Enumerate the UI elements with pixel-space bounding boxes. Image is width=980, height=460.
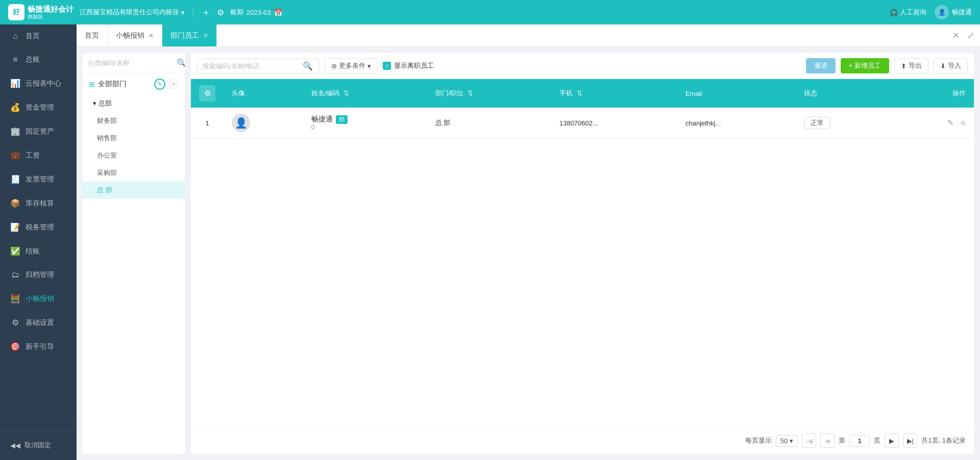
col-settings: ⚙: [191, 79, 224, 108]
app-logo[interactable]: 好 畅捷通好会计 旗舰版: [8, 4, 74, 20]
page-body: 🔍 ⊞ 全部部门 ✎ « ▾ 总部: [77, 47, 980, 460]
service-label: 人工咨询: [900, 8, 926, 17]
period-label: 账期: [230, 8, 243, 17]
chevron-down-icon: ▾: [790, 437, 793, 445]
sort-icon: ⇅: [577, 89, 582, 97]
period-value: 2023-03: [247, 9, 271, 16]
checkout-icon: ✅: [10, 246, 20, 256]
sidebar-item-fixed-assets[interactable]: 🏢 固定资产: [0, 119, 77, 143]
expand-icon[interactable]: ⤢: [967, 31, 974, 40]
filter-button[interactable]: ⊛ 更多条件 ▾: [325, 58, 378, 73]
dept-panel: 🔍 ⊞ 全部部门 ✎ « ▾ 总部: [83, 53, 185, 454]
chevron-down-icon: ▾: [181, 9, 185, 16]
invite-button[interactable]: 邀请: [806, 58, 836, 73]
page-input[interactable]: [849, 435, 870, 447]
dept-tree-item[interactable]: ▾ 总部: [83, 95, 185, 112]
sidebar-item-home[interactable]: ⌂ 首页: [0, 24, 77, 48]
close-icon[interactable]: ✕: [203, 32, 208, 39]
funds-icon: 💰: [10, 103, 20, 112]
dept-search-input[interactable]: [88, 59, 174, 67]
topbar-right: 🎧 人工咨询 👤 畅捷通: [890, 5, 972, 19]
cancel-fixed-label: 取消固定: [24, 441, 51, 450]
guide-icon: 🎯: [10, 342, 20, 351]
cancel-fixed-button[interactable]: ◀◀ 取消固定: [0, 437, 77, 454]
pin-icon: ◀◀: [10, 442, 20, 449]
row-email: chanjethkj...: [677, 108, 796, 139]
col-dept[interactable]: 部门/职位 ⇅: [427, 79, 551, 108]
sidebar-item-inventory[interactable]: 📦 库存核算: [0, 191, 77, 215]
user-menu[interactable]: 👤 畅捷通: [935, 5, 972, 19]
sidebar-item-guide[interactable]: 🎯 新手引导: [0, 335, 77, 359]
sidebar-label-tax: 税务管理: [26, 223, 54, 232]
sidebar-item-xiaochang[interactable]: 🧮 小畅报销: [0, 287, 77, 311]
first-page-button[interactable]: |◀: [802, 433, 816, 448]
sidebar-item-archive[interactable]: 🗂 归档管理: [0, 263, 77, 287]
prev-page-button[interactable]: ◀: [820, 433, 835, 448]
sidebar-item-settings[interactable]: ⚙ 基础设置: [0, 311, 77, 335]
headset-icon: 🎧: [890, 9, 898, 16]
all-dept-header[interactable]: ⊞ 全部部门 ✎ «: [83, 73, 185, 95]
tab-home[interactable]: 首页: [77, 24, 108, 46]
sidebar-item-ledger[interactable]: ≡ 总账: [0, 48, 77, 71]
sidebar-item-funds[interactable]: 💰 资金管理: [0, 95, 77, 119]
tab-controls: ✕ ⤢: [946, 24, 980, 46]
export-button[interactable]: ⬆ 导出: [894, 58, 928, 73]
dept-collapse-button[interactable]: «: [168, 79, 179, 89]
settings-icon[interactable]: ⚙: [217, 8, 224, 17]
employee-table: ⚙ 头像 姓名/编码 ⇅ 部门/职位 ⇅ 手机 ⇅ Email 状态 操作: [191, 79, 974, 139]
username: 畅捷通: [952, 8, 972, 17]
dept-tree-item-active[interactable]: 总 部: [83, 182, 185, 199]
sidebar-label-xiaochang: 小畅报销: [26, 294, 54, 303]
table-settings-icon[interactable]: ⚙: [199, 85, 215, 101]
logo-icon: 好: [8, 4, 24, 20]
sidebar-label-fixed-assets: 固定资产: [26, 127, 54, 136]
total-label: 共1页, 1条记录: [921, 436, 966, 445]
row-index: 1: [191, 108, 224, 139]
close-window-icon[interactable]: ✕: [952, 31, 959, 40]
tab-xiaochang[interactable]: 小畅报销 ✕: [108, 24, 162, 46]
invoice-icon: 🧾: [10, 174, 20, 184]
emp-search-input[interactable]: [203, 62, 300, 70]
toolbar-right: 邀请 + 新增员工 ⬆ 导出 ⬇ 导入: [806, 58, 968, 73]
dept-tree-item[interactable]: 办公室: [83, 147, 185, 164]
all-dept-label: 全部部门: [98, 80, 127, 89]
col-name[interactable]: 姓名/编码 ⇅: [303, 79, 427, 108]
sidebar-item-invoice[interactable]: 🧾 发票管理: [0, 167, 77, 191]
col-phone[interactable]: 手机 ⇅: [551, 79, 677, 108]
logout-button[interactable]: ⎋: [961, 118, 966, 127]
sidebar-label-reports: 云报表中心: [26, 79, 61, 88]
dept-tree-item[interactable]: 采购部: [83, 164, 185, 182]
search-icon[interactable]: 🔍: [303, 61, 313, 71]
dept-tree-item[interactable]: 销售部: [83, 130, 185, 147]
company-selector[interactable]: 江西服宝精品有限责任公司内账张 ▾: [80, 8, 185, 17]
add-button[interactable]: ＋: [202, 6, 211, 18]
show-resigned-label: 显示离职员工: [394, 61, 434, 70]
search-icon[interactable]: 🔍: [177, 58, 185, 68]
sidebar-item-salary[interactable]: 💼 工资: [0, 143, 77, 167]
next-page-button[interactable]: ▶: [885, 433, 899, 448]
tab-dept-employee[interactable]: 部门员工 ✕: [162, 24, 217, 46]
ledger-icon: ≡: [10, 55, 20, 64]
fixed-assets-icon: 🏢: [10, 126, 20, 136]
import-button[interactable]: ⬇ 导入: [934, 58, 968, 73]
emp-table: ⚙ 头像 姓名/编码 ⇅ 部门/职位 ⇅ 手机 ⇅ Email 状态 操作: [191, 79, 974, 427]
edit-button[interactable]: ✎: [947, 118, 954, 127]
dept-edit-button[interactable]: ✎: [154, 79, 165, 90]
close-icon[interactable]: ✕: [149, 32, 154, 39]
dept-tree-item[interactable]: 财务部: [83, 112, 185, 130]
add-employee-button[interactable]: + 新增员工: [841, 58, 889, 73]
page-size-select[interactable]: 50 ▾: [776, 435, 798, 447]
calendar-icon[interactable]: 📅: [274, 9, 282, 16]
sidebar-item-reports[interactable]: 📊 云报表中心: [0, 71, 77, 95]
export-icon: ⬆: [901, 62, 906, 70]
filter-label: 更多条件: [339, 61, 365, 70]
last-page-button[interactable]: ▶|: [903, 433, 917, 448]
filter-icon: ⊛: [331, 62, 337, 70]
show-resigned-checkbox[interactable]: ✓ 显示离职员工: [383, 61, 434, 70]
sidebar-label-ledger: 总账: [26, 55, 40, 64]
sidebar-item-tax[interactable]: 📝 税务管理: [0, 215, 77, 239]
sidebar-item-checkout[interactable]: ✅ 结账: [0, 239, 77, 263]
service-button[interactable]: 🎧 人工咨询: [890, 8, 926, 17]
divider: [193, 7, 193, 17]
sidebar-label-guide: 新手引导: [26, 342, 54, 351]
